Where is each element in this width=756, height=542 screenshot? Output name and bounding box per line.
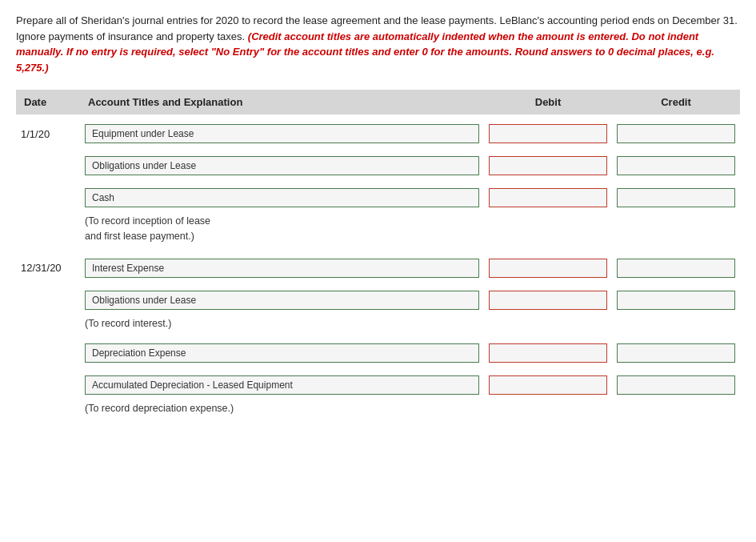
note-text-2: (To record interest.) [80,313,740,335]
credit-input-cash[interactable] [617,188,735,207]
note-row: (To record interest.) [16,313,740,335]
spacer [16,114,740,121]
credit-cell [612,255,740,281]
instructions-block: Prepare all of Sheridan's journal entrie… [16,13,740,75]
debit-input-interest[interactable] [489,259,607,278]
journal-table: Date Account Titles and Explanation Debi… [16,90,740,420]
table-row: 12/31/20 [16,255,740,281]
credit-cell [612,121,740,147]
spacer [16,147,740,153]
debit-input-cash[interactable] [489,188,607,207]
account-cell [80,255,484,281]
account-cell [80,340,484,366]
debit-input-depreciation-expense[interactable] [489,343,607,363]
note-date-empty [16,398,80,420]
debit-input-equipment[interactable] [489,124,607,143]
spacer [16,334,740,340]
credit-cell [612,287,740,313]
table-row [16,340,740,366]
table-row [16,287,740,313]
account-cell [80,372,484,398]
spacer [16,179,740,185]
header-date: Date [16,90,80,114]
account-input-accum-depreciation[interactable] [85,375,479,395]
note-row: (To record inception of leaseand first l… [16,211,740,247]
debit-input-obligations2[interactable] [489,291,607,310]
debit-cell [484,153,612,179]
debit-cell [484,372,612,398]
account-cell [80,153,484,179]
spacer [16,366,740,372]
table-row [16,372,740,398]
date-cell-empty [16,287,80,313]
debit-cell [484,121,612,147]
date-cell-empty [16,153,80,179]
credit-cell [612,185,740,211]
account-input-depreciation-expense[interactable] [85,343,479,363]
credit-input-obligations1[interactable] [617,156,735,175]
credit-input-depreciation-expense[interactable] [617,343,735,363]
account-input-interest[interactable] [85,259,479,278]
section-divider [16,247,740,255]
debit-cell [484,340,612,366]
note-row: (To record depreciation expense.) [16,398,740,420]
debit-cell [484,255,612,281]
table-row: 1/1/20 [16,121,740,147]
debit-cell [484,185,612,211]
account-input-cash[interactable] [85,188,479,207]
account-cell [80,121,484,147]
credit-cell [612,372,740,398]
header-credit: Credit [612,90,740,114]
note-text-3: (To record depreciation expense.) [80,398,740,420]
credit-input-obligations2[interactable] [617,291,735,310]
table-row [16,185,740,211]
debit-input-obligations1[interactable] [489,156,607,175]
credit-cell [612,340,740,366]
account-input-equipment[interactable] [85,124,479,143]
note-text-1: (To record inception of leaseand first l… [80,211,740,247]
debit-input-accum-depreciation[interactable] [489,375,607,395]
credit-input-interest[interactable] [617,259,735,278]
table-row [16,153,740,179]
account-input-obligations1[interactable] [85,156,479,175]
date-cell-1: 1/1/20 [16,121,80,147]
note-date-empty [16,313,80,335]
header-account: Account Titles and Explanation [80,90,484,114]
credit-input-accum-depreciation[interactable] [617,375,735,395]
debit-cell [484,287,612,313]
note-date-empty [16,211,80,247]
date-cell-empty [16,340,80,366]
date-cell-empty [16,372,80,398]
spacer [16,281,740,287]
date-cell-2: 12/31/20 [16,255,80,281]
account-input-obligations2[interactable] [85,291,479,310]
header-debit: Debit [484,90,612,114]
account-cell [80,185,484,211]
account-cell [80,287,484,313]
credit-input-equipment[interactable] [617,124,735,143]
credit-cell [612,153,740,179]
date-cell-empty [16,185,80,211]
